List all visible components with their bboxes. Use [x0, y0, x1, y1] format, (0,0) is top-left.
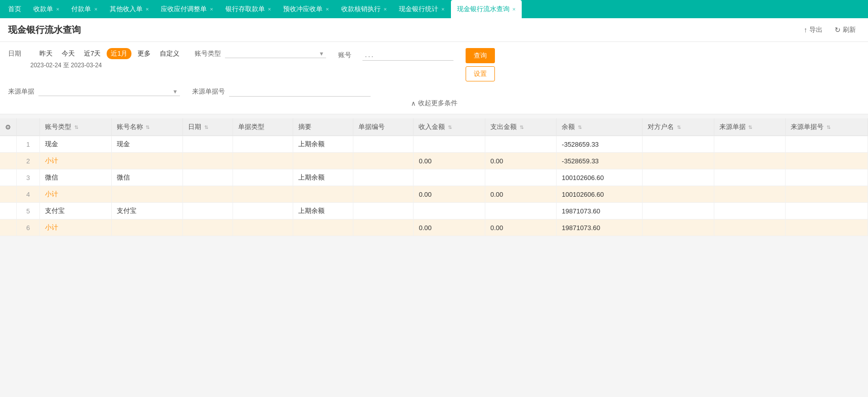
- date-range-display: 2023-02-24 至 2023-03-24: [30, 62, 102, 69]
- cell-income: 0.00: [414, 153, 485, 169]
- collapse-icon: ∧: [411, 100, 416, 107]
- nav-verify[interactable]: 收款核销执行 ×: [335, 0, 393, 18]
- nav-adjustment[interactable]: 应收应付调整单 ×: [155, 0, 219, 18]
- refresh-label: 刷新: [843, 25, 856, 34]
- th-account-name[interactable]: 账号名称 ⇅: [111, 118, 182, 136]
- collapse-bar[interactable]: ∧ 收起更多条件: [8, 99, 860, 108]
- table-row: 4小计0.000.00100102606.60: [0, 186, 868, 203]
- th-income[interactable]: 收入金额 ⇅: [414, 118, 485, 136]
- cell-source-doc: [714, 203, 785, 219]
- export-button[interactable]: ↑ 导出: [800, 23, 827, 36]
- nav-advance[interactable]: 预收冲应收单 ×: [277, 0, 335, 18]
- cell-balance: 19871073.60: [557, 219, 643, 236]
- nav-stats-label: 现金银行统计: [399, 0, 438, 18]
- cell-income: [414, 169, 485, 186]
- th-source-doc-no[interactable]: 来源单据号 ⇅: [786, 118, 868, 136]
- cell-source-doc-no: [786, 136, 868, 153]
- th-source-doc[interactable]: 来源单据 ⇅: [714, 118, 785, 136]
- nav-flow-query[interactable]: 现金银行流水查询 ×: [451, 0, 522, 18]
- nav-home[interactable]: 首页: [2, 0, 27, 18]
- source-doc-num-input[interactable]: [229, 86, 371, 97]
- nav-flow-query-close[interactable]: ×: [513, 0, 516, 18]
- nav-advance-close[interactable]: ×: [326, 0, 329, 18]
- date-opt-more[interactable]: 更多: [134, 48, 154, 59]
- nav-other-income[interactable]: 其他收入单 ×: [104, 0, 155, 18]
- nav-adjustment-close[interactable]: ×: [210, 0, 213, 18]
- cell-summary: 上期余额: [293, 203, 353, 219]
- date-opt-1month[interactable]: 近1月: [107, 48, 131, 59]
- cell-account-name: [111, 219, 182, 236]
- date-opt-yesterday[interactable]: 昨天: [36, 48, 56, 59]
- nav-bank-deposit[interactable]: 银行存取款单 ×: [219, 0, 277, 18]
- cell-doc-type: [233, 219, 293, 236]
- nav-verify-label: 收款核销执行: [341, 0, 381, 18]
- cell-expense: 0.00: [485, 153, 556, 169]
- table-row: 6小计0.000.0019871073.60: [0, 219, 868, 236]
- cell-account-type: 现金: [40, 136, 111, 153]
- cell-doc-no: [353, 136, 414, 153]
- cell-income: 0.00: [414, 219, 485, 236]
- cell-summary: [293, 219, 353, 236]
- page-title: 现金银行流水查询: [8, 24, 81, 36]
- nav-payments-close[interactable]: ×: [94, 0, 97, 18]
- table-row: 3微信微信上期余额100102606.60: [0, 169, 868, 186]
- collapse-label: 收起更多条件: [418, 99, 458, 108]
- th-counterpart[interactable]: 对方户名 ⇅: [643, 118, 714, 136]
- nav-stats-close[interactable]: ×: [441, 0, 444, 18]
- cell-source-doc: [714, 169, 785, 186]
- cell-account-name: [111, 186, 182, 203]
- th-expense[interactable]: 支出金额 ⇅: [485, 118, 556, 136]
- nav-receipts[interactable]: 收款单 ×: [27, 0, 65, 18]
- top-nav: 首页 收款单 × 付款单 × 其他收入单 × 应收应付调整单 × 银行存取款单 …: [0, 0, 868, 18]
- cell-expense: [485, 203, 556, 219]
- nav-payments-label: 付款单: [71, 0, 91, 18]
- th-account-type[interactable]: 账号类型 ⇅: [40, 118, 111, 136]
- account-type-dropdown-icon: ▼: [319, 51, 325, 57]
- nav-other-income-close[interactable]: ×: [146, 0, 149, 18]
- nav-bank-deposit-close[interactable]: ×: [268, 0, 271, 18]
- date-opt-7days[interactable]: 近7天: [81, 48, 104, 59]
- cell-account-type: 支付宝: [40, 203, 111, 219]
- data-table: ⚙ 账号类型 ⇅ 账号名称 ⇅ 日期 ⇅ 单据类型 摘要 单据编号 收入金额 ⇅…: [0, 118, 868, 236]
- cell-date: [182, 219, 233, 236]
- date-filter-label: 日期: [8, 49, 28, 58]
- cell-doc-no: [353, 169, 414, 186]
- cell-balance: -3528659.33: [557, 153, 643, 169]
- cell-doc-no: [353, 153, 414, 169]
- cell-doc-type: [233, 169, 293, 186]
- cell-balance: 19871073.60: [557, 203, 643, 219]
- nav-stats[interactable]: 现金银行统计 ×: [393, 0, 450, 18]
- settings-button[interactable]: 设置: [466, 66, 495, 81]
- source-doc-select[interactable]: ▼: [38, 87, 180, 96]
- table-row: 5支付宝支付宝上期余额19871073.60: [0, 203, 868, 219]
- date-opt-today[interactable]: 今天: [59, 48, 78, 59]
- cell-date: [182, 186, 233, 203]
- cell-counterpart: [643, 169, 714, 186]
- cell-gear: [0, 203, 17, 219]
- cell-gear: [0, 169, 17, 186]
- nav-home-label: 首页: [8, 0, 21, 18]
- cell-index: 3: [17, 169, 40, 186]
- filter-area: 日期 昨天 今天 近7天 近1月 更多 自定义 2023-02-24 至 202…: [0, 42, 868, 114]
- cell-doc-no: [353, 186, 414, 203]
- th-date[interactable]: 日期 ⇅: [182, 118, 233, 136]
- nav-verify-close[interactable]: ×: [384, 0, 387, 18]
- cell-doc-type: [233, 153, 293, 169]
- cell-income: 0.00: [414, 186, 485, 203]
- nav-payments[interactable]: 付款单 ×: [65, 0, 103, 18]
- query-button[interactable]: 查询: [466, 48, 495, 63]
- cell-index: 2: [17, 153, 40, 169]
- account-input[interactable]: ...: [362, 49, 453, 61]
- date-opt-custom[interactable]: 自定义: [157, 48, 182, 59]
- account-type-select[interactable]: ▼: [225, 50, 326, 58]
- th-gear[interactable]: ⚙: [0, 118, 17, 136]
- refresh-button[interactable]: ↻ 刷新: [831, 23, 860, 36]
- th-doc-type: 单据类型: [233, 118, 293, 136]
- th-balance[interactable]: 余额 ⇅: [557, 118, 643, 136]
- export-label: 导出: [809, 25, 823, 34]
- nav-receipts-close[interactable]: ×: [56, 0, 59, 18]
- account-label: 账号: [338, 51, 358, 60]
- cell-counterpart: [643, 219, 714, 236]
- cell-date: [182, 169, 233, 186]
- cell-doc-type: [233, 136, 293, 153]
